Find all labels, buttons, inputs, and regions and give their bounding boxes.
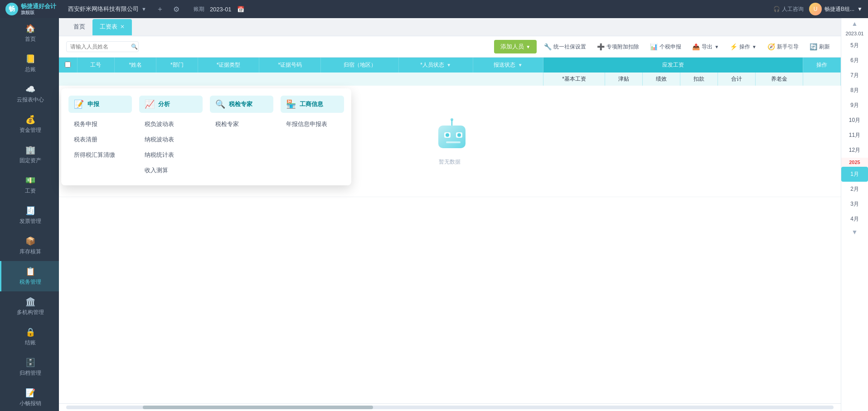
declare-section-title: 申报	[87, 100, 99, 108]
add-person-button[interactable]: 添加人员 ▼	[494, 40, 537, 53]
sidebar-item-cloud[interactable]: ☁️ 云报表中心	[0, 79, 59, 109]
add-company-button[interactable]: ＋	[154, 3, 166, 15]
tab-close-icon[interactable]: ✕	[120, 24, 125, 30]
analysis-section-header: 📈 分析	[139, 96, 203, 113]
individual-tax-icon: 📊	[650, 43, 658, 50]
xiao-icon: 📝	[25, 388, 35, 398]
sidebar-item-archive[interactable]: 🗄️ 归档管理	[0, 352, 59, 382]
tabs-bar: 首页 工资表 ✕	[59, 18, 841, 36]
month-2023-5[interactable]: 5月	[841, 38, 868, 53]
tab-payroll[interactable]: 工资表 ✕	[92, 19, 132, 35]
horizontal-scrollbar[interactable]	[66, 406, 834, 409]
support-button[interactable]: 🎧 人工咨询	[773, 5, 804, 13]
month-2023-10[interactable]: 10月	[841, 113, 868, 128]
analysis-section-icon: 📈	[145, 99, 155, 109]
month-2023-11[interactable]: 11月	[841, 128, 868, 143]
svg-rect-5	[446, 141, 461, 143]
toolbar: 🔍 添加人员 ▼ 🔧 统一社保设置 ➕ 专项附加扣除 📊 个税申报 📤 导出	[59, 36, 841, 58]
status-filter-icon[interactable]: ▼	[446, 63, 451, 68]
individual-tax-button[interactable]: 📊 个税申报	[646, 41, 685, 53]
menu-item-tax-burden[interactable]: 税负波动表	[139, 116, 203, 132]
period-label: 账期	[194, 5, 204, 13]
calendar-icon[interactable]: 📅	[237, 6, 244, 13]
month-2023-8[interactable]: 8月	[841, 83, 868, 98]
search-input[interactable]	[70, 44, 129, 50]
sidebar-item-ledger[interactable]: 📒 总账	[0, 48, 59, 79]
sidebar-item-label: 首页	[25, 35, 36, 43]
company-selector[interactable]: 西安虾米网络科技有限公司 ▼	[64, 3, 150, 15]
col-payroll-group: 应发工资	[543, 58, 803, 73]
sidebar-item-multi[interactable]: 🏛️ 多机构管理	[0, 291, 59, 322]
sidebar-item-label: 库存核算	[19, 248, 41, 256]
special-label: 专项附加扣除	[606, 43, 639, 51]
settings-icon[interactable]: ⚙	[170, 3, 183, 15]
sidebar-item-label: 归档管理	[19, 369, 41, 377]
sidebar-item-label: 小畅报销	[19, 400, 41, 407]
menu-item-tax-declare[interactable]: 税务申报	[68, 116, 132, 132]
sidebar-item-xiao[interactable]: 📝 小畅报销	[0, 382, 59, 411]
sidebar-item-home[interactable]: 🏠 首页	[0, 18, 59, 48]
user-info[interactable]: U 畅捷通B组... ▼	[809, 3, 863, 15]
multi-icon: 🏛️	[25, 297, 35, 307]
individual-tax-label: 个税申报	[659, 43, 681, 51]
report-filter-icon[interactable]: ▼	[518, 63, 523, 68]
svg-point-3	[446, 133, 449, 137]
month-2025-2[interactable]: 2月	[841, 182, 868, 197]
select-all-checkbox[interactable]	[65, 62, 71, 68]
col-status: *人员状态 ▼	[398, 58, 473, 73]
special-deduction-button[interactable]: ➕ 专项附加扣除	[593, 41, 643, 53]
social-icon: 🔧	[544, 43, 552, 50]
sub-spacer	[59, 73, 543, 86]
sub-op-spacer	[803, 73, 840, 86]
sidebar-item-inventory[interactable]: 📦 库存核算	[0, 231, 59, 261]
refresh-button[interactable]: 🔄 刷新	[806, 41, 834, 53]
ledger-icon: 📒	[25, 54, 35, 64]
menu-item-tax-stat[interactable]: 纳税统计表	[139, 147, 203, 163]
col-pension: 养老金	[755, 73, 803, 86]
payroll-icon: 💵	[25, 175, 35, 185]
month-2023-12[interactable]: 12月	[841, 143, 868, 158]
business-section-icon: 🏪	[286, 99, 296, 109]
social-settings-button[interactable]: 🔧 统一社保设置	[540, 41, 590, 53]
month-2025-1[interactable]: 1月	[841, 167, 868, 182]
sidebar-item-tax[interactable]: 📋 税务管理	[0, 261, 59, 291]
sidebar-item-payroll[interactable]: 💵 工资	[0, 170, 59, 200]
menu-item-tax-form[interactable]: 税表清册	[68, 132, 132, 147]
archive-icon: 🗄️	[25, 358, 35, 367]
operation-label: 操作	[739, 43, 750, 51]
tab-home[interactable]: 首页	[66, 19, 92, 35]
month-2023-9[interactable]: 9月	[841, 98, 868, 113]
calendar-down-icon[interactable]: ▼	[849, 227, 860, 237]
select-all-header	[59, 58, 77, 73]
sidebar-item-invoice[interactable]: 🧾 发票管理	[0, 200, 59, 231]
sidebar-item-label: 发票管理	[19, 218, 41, 225]
sidebar-item-assets[interactable]: 🏢 固定资产	[0, 140, 59, 170]
guide-button[interactable]: 🧭 新手引导	[764, 41, 802, 53]
add-person-label: 添加人员	[500, 43, 524, 51]
menu-item-tax-pay[interactable]: 纳税波动表	[139, 132, 203, 147]
sidebar-item-label: 固定资产	[19, 157, 41, 164]
special-icon: ➕	[597, 43, 605, 50]
menu-item-income-calc[interactable]: 收入测算	[139, 163, 203, 178]
support-label: 人工咨询	[782, 5, 804, 13]
month-2025-3[interactable]: 3月	[841, 197, 868, 212]
export-button[interactable]: 📤 导出 ▼	[689, 41, 723, 53]
home-icon: 🏠	[25, 24, 35, 34]
search-box: 🔍	[66, 41, 139, 52]
calendar-up-icon[interactable]: ▲	[849, 18, 860, 29]
sidebar-item-label: 资金管理	[19, 126, 41, 134]
col-report-status: 报送状态 ▼	[473, 58, 543, 73]
menu-item-annual-report[interactable]: 年报信息申报表	[281, 116, 344, 132]
chevron-down-icon: ▼	[141, 6, 146, 12]
sidebar-item-funds[interactable]: 💰 资金管理	[0, 109, 59, 140]
month-2025-4[interactable]: 4月	[841, 212, 868, 227]
app-name: 畅捷通好会计	[21, 3, 56, 10]
operation-button[interactable]: ⚡ 操作 ▼	[726, 41, 760, 53]
month-2023-7[interactable]: 7月	[841, 68, 868, 83]
logo-icon: 畅	[5, 3, 18, 15]
month-2023-6[interactable]: 6月	[841, 53, 868, 68]
menu-item-income-settle[interactable]: 所得税汇算清缴	[68, 147, 132, 163]
menu-item-tax-expert[interactable]: 税检专家	[210, 116, 273, 132]
sidebar-item-label: 云报表中心	[17, 96, 44, 104]
sidebar-item-closing[interactable]: 🔒 结账	[0, 322, 59, 352]
